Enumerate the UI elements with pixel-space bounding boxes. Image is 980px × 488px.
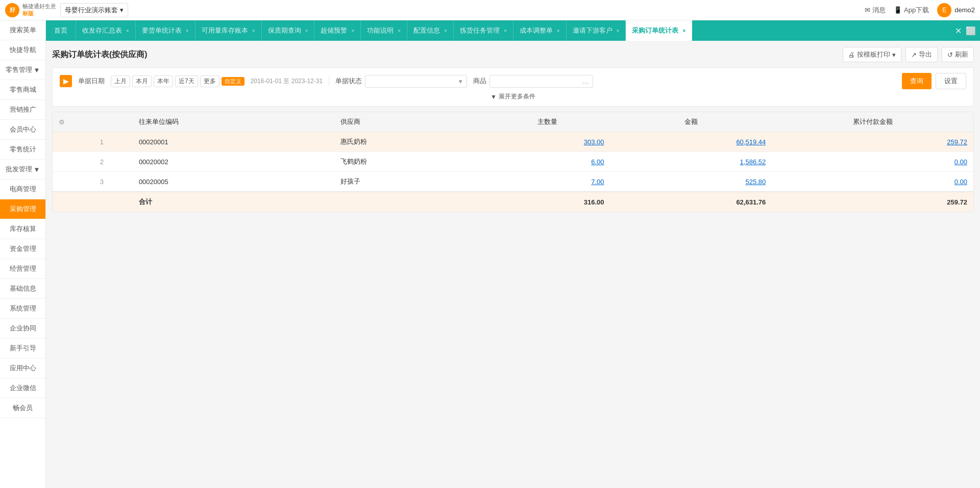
footer-empty-name xyxy=(334,192,484,212)
sidebar-item-member-center[interactable]: 会员中心 xyxy=(0,120,45,140)
row-supplier-code-cell: 00020001 xyxy=(133,132,334,152)
wholesale-mgmt-arrow-icon: ▼ xyxy=(34,166,40,173)
tab-close-purchase-order-stats[interactable]: × xyxy=(682,28,685,34)
goods-more-icon[interactable]: … xyxy=(582,78,589,85)
status-select[interactable]: ▾ xyxy=(365,75,467,88)
tab-close-invite-downstream[interactable]: × xyxy=(617,28,620,34)
date-btn-this-year[interactable]: 本年 xyxy=(154,75,173,87)
tab-purchase-stats[interactable]: 要货单统计表 × xyxy=(136,20,195,41)
query-button[interactable]: 查询 xyxy=(902,73,932,89)
logo-icon: 好 xyxy=(5,3,19,17)
goods-label: 商品 xyxy=(473,76,486,86)
sidebar-item-marketing[interactable]: 营销推广 xyxy=(0,100,45,120)
table-wrapper: ⚙ 往来单位编码 供应商 主数量 xyxy=(52,112,974,212)
sidebar-item-new-user-guide[interactable]: 新手引导 xyxy=(0,339,45,358)
sidebar-item-retail-stats[interactable]: 零售统计 xyxy=(0,140,45,160)
page-header-actions: 🖨 按模板打印 ▾ ↗ 导出 ↺ 刷新 xyxy=(843,47,974,62)
row-amount-cell[interactable]: 525.80 xyxy=(610,172,772,192)
date-btn-this-month[interactable]: 本月 xyxy=(132,75,152,87)
sidebar-item-retail-shop[interactable]: 零售商城 xyxy=(0,80,45,100)
col-settings: ⚙ xyxy=(53,112,71,132)
row-cumulative-payment-cell[interactable]: 0.00 xyxy=(772,152,973,172)
sidebar: 搜索英单 快捷导航 零售管理 ▼ 零售商城 营销推广 会员中心 零售统计 xyxy=(0,20,46,488)
tab-bar-end: ✕ ⬜ xyxy=(951,26,980,36)
row-settings-col xyxy=(53,152,71,172)
date-btn-last-7-days[interactable]: 近7天 xyxy=(175,75,198,87)
row-amount-cell[interactable]: 1,586.52 xyxy=(610,152,772,172)
tab-config-info[interactable]: 配置信息 × xyxy=(407,20,454,41)
tab-close-function-desc[interactable]: × xyxy=(398,28,401,34)
export-button[interactable]: ↗ 导出 xyxy=(905,47,938,62)
message-button[interactable]: ✉ 消息 xyxy=(865,6,886,15)
sidebar-item-finance[interactable]: 资金管理 xyxy=(0,239,45,259)
settings-button[interactable]: 设置 xyxy=(936,73,966,89)
sidebar-item-operations[interactable]: 经营管理 xyxy=(0,259,45,279)
row-main-qty-cell[interactable]: 6.00 xyxy=(484,152,610,172)
content-area: 首页 收发存汇总表 × 要货单统计表 × 可用量库存账本 × 保质期查询 × xyxy=(46,20,980,488)
tab-invite-downstream[interactable]: 邀请下游客户 × xyxy=(567,20,626,41)
tab-close-available-inventory[interactable]: × xyxy=(252,28,255,34)
page-content: 采购订单统计表(按供应商) 🖨 按模板打印 ▾ ↗ 导出 ↺ xyxy=(46,41,980,488)
sidebar-item-retail-mgmt[interactable]: 零售管理 ▼ xyxy=(0,60,45,80)
tab-validity-query[interactable]: 保质期查询 × xyxy=(262,20,315,41)
sidebar-item-quick-nav[interactable]: 快捷导航 xyxy=(0,40,45,60)
row-main-qty-cell[interactable]: 303.00 xyxy=(484,132,610,152)
tab-receive-summary[interactable]: 收发存汇总表 × xyxy=(76,20,136,41)
tab-pick-task-mgmt[interactable]: 拣货任务管理 × xyxy=(454,20,513,41)
sidebar-item-search[interactable]: 搜索英单 xyxy=(0,20,45,40)
retail-mgmt-arrow-icon: ▼ xyxy=(34,66,40,74)
expand-more-button[interactable]: ▼ 展开更多条件 xyxy=(491,92,535,101)
date-btn-last-month[interactable]: 上月 xyxy=(111,75,130,87)
tab-over-stock-warning[interactable]: 超储预警 × xyxy=(314,20,361,41)
tab-cost-adjustment[interactable]: 成本调整单 × xyxy=(513,20,567,41)
sidebar-item-system-mgmt[interactable]: 系统管理 xyxy=(0,299,45,319)
sidebar-item-inventory[interactable]: 库存核算 xyxy=(0,219,45,239)
company-select[interactable]: 母婴行业演示账套 ▾ xyxy=(60,3,128,17)
filter-toggle-button[interactable]: ▶ xyxy=(60,75,72,87)
logo-text: 畅捷通好生意 标版 xyxy=(22,3,56,16)
tab-home[interactable]: 首页 xyxy=(46,20,76,41)
print-button[interactable]: 🖨 按模板打印 ▾ xyxy=(843,47,901,62)
tab-close-pick-task-mgmt[interactable]: × xyxy=(504,28,507,34)
row-cumulative-payment-cell[interactable]: 0.00 xyxy=(772,172,973,192)
tab-bar: 首页 收发存汇总表 × 要货单统计表 × 可用量库存账本 × 保质期查询 × xyxy=(46,20,980,41)
sidebar-item-enterprise-wechat[interactable]: 企业微信 xyxy=(0,378,45,398)
row-cumulative-payment-cell[interactable]: 259.72 xyxy=(772,132,973,152)
tab-close-config-info[interactable]: × xyxy=(444,28,447,34)
refresh-button[interactable]: ↺ 刷新 xyxy=(942,47,974,62)
sidebar-item-ecommerce-mgmt[interactable]: 电商管理 xyxy=(0,179,45,199)
tab-close-over-stock-warning[interactable]: × xyxy=(351,28,354,34)
tab-maximize-button[interactable]: ⬜ xyxy=(966,26,976,36)
app-download-button[interactable]: 📱 App下载 xyxy=(894,6,929,15)
tab-function-desc[interactable]: 功能说明 × xyxy=(361,20,407,41)
sidebar-item-member[interactable]: 畅会员 xyxy=(0,398,45,418)
date-btn-more[interactable]: 更多 xyxy=(200,75,219,87)
tab-close-validity-query[interactable]: × xyxy=(305,28,308,34)
goods-input-wrapper: … xyxy=(489,75,593,88)
sidebar-item-app-center[interactable]: 应用中心 xyxy=(0,358,45,378)
col-amount: 金额 xyxy=(610,112,772,132)
tab-purchase-order-stats[interactable]: 采购订单统计表 × xyxy=(626,20,692,41)
footer-amount: 62,631.76 xyxy=(610,192,772,212)
row-main-qty-cell[interactable]: 7.00 xyxy=(484,172,610,192)
tab-close-receive-summary[interactable]: × xyxy=(126,28,129,34)
filter-item-status: 单据状态 ▾ xyxy=(335,75,467,88)
sidebar-item-enterprise-collab[interactable]: 企业协同 xyxy=(0,319,45,339)
goods-input[interactable] xyxy=(494,78,580,85)
tab-close-purchase-stats[interactable]: × xyxy=(186,28,189,34)
sidebar-item-basic-info[interactable]: 基础信息 xyxy=(0,279,45,299)
user-profile[interactable]: E demo2 xyxy=(937,3,975,17)
export-icon: ↗ xyxy=(911,51,917,59)
col-cumulative-payment: 累计付款金额 xyxy=(772,112,973,132)
tab-close-cost-adjustment[interactable]: × xyxy=(557,28,560,34)
sidebar-item-wholesale-mgmt[interactable]: 批发管理 ▼ xyxy=(0,160,45,179)
filter-item-goods: 商品 … xyxy=(473,75,593,88)
status-select-arrow-icon: ▾ xyxy=(459,78,462,85)
sidebar-item-purchase-mgmt[interactable]: 采购管理 xyxy=(0,199,45,219)
column-settings-icon[interactable]: ⚙ xyxy=(59,118,65,126)
tab-available-inventory[interactable]: 可用量库存账本 × xyxy=(195,20,262,41)
tab-close-all-button[interactable]: ✕ xyxy=(955,26,962,36)
logo-area: 好 畅捷通好生意 标版 xyxy=(5,3,56,17)
row-amount-cell[interactable]: 60,519.44 xyxy=(610,132,772,152)
col-row-num xyxy=(71,112,133,132)
